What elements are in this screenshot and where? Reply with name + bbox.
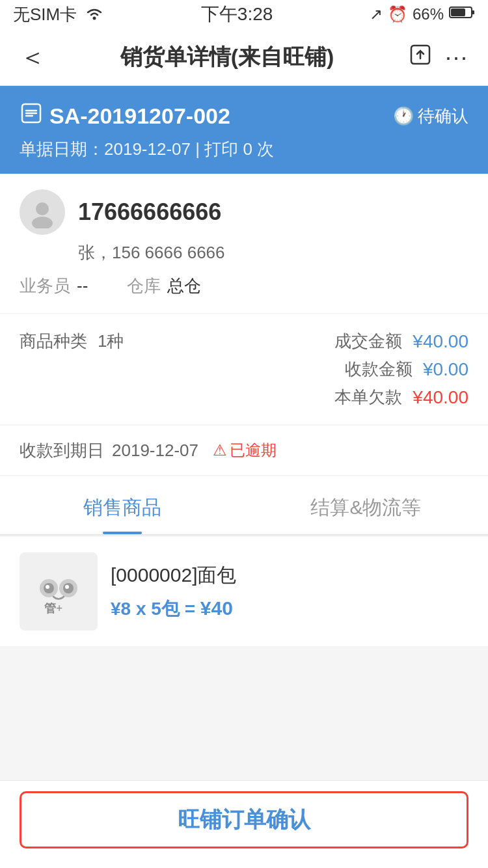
received-amount-label: 收款金额 bbox=[345, 358, 413, 381]
due-date-value: 2019-12-07 bbox=[112, 441, 198, 461]
svg-point-12 bbox=[46, 585, 49, 589]
share-icon[interactable] bbox=[409, 43, 432, 72]
order-date: 单据日期：2019-12-07 | 打印 0 次 bbox=[20, 138, 468, 161]
more-icon[interactable]: ··· bbox=[445, 44, 468, 71]
svg-text:管+: 管+ bbox=[44, 602, 62, 615]
product-thumbnail: 管+ bbox=[20, 552, 98, 631]
owed-amount-label: 本单欠款 bbox=[334, 386, 402, 409]
order-status: 🕐 待确认 bbox=[393, 105, 468, 128]
overdue-icon: ⚠ bbox=[213, 441, 227, 459]
confirm-order-button[interactable]: 旺铺订单确认 bbox=[20, 791, 468, 848]
customer-meta: 业务员 -- 仓库 总仓 bbox=[20, 275, 468, 297]
product-info: [0000002]面包 ¥8 x 5包 = ¥40 bbox=[111, 562, 468, 621]
product-count: 商品种类 1种 bbox=[20, 330, 124, 353]
quantity: 5包 bbox=[151, 599, 180, 619]
tab-sales-product[interactable]: 销售商品 bbox=[0, 476, 244, 534]
avatar bbox=[20, 189, 65, 235]
product-section: 管+ [0000002]面包 ¥8 x 5包 = ¥40 bbox=[0, 537, 488, 646]
order-icon bbox=[20, 102, 43, 130]
product-count-label: 商品种类 bbox=[20, 330, 87, 353]
battery-text: 66% bbox=[413, 5, 444, 23]
warehouse-label: 仓库 bbox=[127, 275, 161, 297]
deal-amount-value: ¥40.00 bbox=[413, 331, 468, 352]
customer-section: 17666666666 张，156 6666 6666 业务员 -- 仓库 总仓 bbox=[0, 174, 488, 313]
page-title: 销货单详情(来自旺铺) bbox=[120, 42, 334, 72]
salesperson-label: 业务员 bbox=[20, 275, 70, 297]
product-name: [0000002]面包 bbox=[111, 562, 468, 589]
owed-amount-value: ¥40.00 bbox=[413, 387, 468, 408]
received-amount-value: ¥0.00 bbox=[423, 359, 468, 380]
status-bar: 无SIM卡 下午3:28 ↗ ⏰ 66% bbox=[0, 0, 488, 29]
status-time: 下午3:28 bbox=[201, 2, 273, 27]
carrier-text: 无SIM卡 bbox=[13, 3, 77, 26]
due-date-label: 收款到期日 bbox=[20, 439, 104, 462]
amounts-section: 商品种类 1种 成交金额 ¥40.00 收款金额 ¥0.00 本单欠款 ¥40.… bbox=[0, 314, 488, 424]
svg-point-6 bbox=[36, 202, 49, 215]
deal-amount-label: 成交金额 bbox=[334, 330, 402, 353]
clock-icon: 🕐 bbox=[393, 106, 414, 126]
overdue-badge: ⚠ 已逾期 bbox=[206, 439, 283, 462]
salesperson-value: -- bbox=[77, 276, 88, 296]
overdue-text: 已逾期 bbox=[230, 440, 277, 461]
customer-phone: 17666666666 bbox=[78, 198, 221, 226]
back-button[interactable]: ＜ bbox=[20, 39, 46, 75]
owed-amount-row: 本单欠款 ¥40.00 bbox=[334, 386, 468, 409]
order-id-text: SA-20191207-002 bbox=[49, 103, 230, 129]
bottom-bar: 旺铺订单确认 bbox=[0, 780, 488, 868]
svg-rect-3 bbox=[451, 8, 465, 16]
wifi-icon bbox=[85, 5, 104, 25]
status-text: 待确认 bbox=[418, 105, 468, 128]
tabs: 销售商品 结算&物流等 bbox=[0, 476, 488, 534]
amounts-right: 成交金额 ¥40.00 收款金额 ¥0.00 本单欠款 ¥40.00 bbox=[334, 330, 468, 409]
svg-point-0 bbox=[93, 16, 96, 20]
order-id-container: SA-20191207-002 bbox=[20, 102, 230, 130]
nav-left: ＜ bbox=[20, 39, 46, 75]
svg-point-7 bbox=[32, 217, 53, 228]
location-icon: ↗ bbox=[370, 5, 383, 23]
product-count-value: 1种 bbox=[98, 330, 124, 353]
customer-name: 张，156 6666 6666 bbox=[20, 241, 468, 264]
svg-rect-2 bbox=[472, 10, 474, 14]
product-item: 管+ [0000002]面包 ¥8 x 5包 = ¥40 bbox=[20, 552, 468, 631]
svg-point-13 bbox=[65, 585, 69, 589]
status-right: ↗ ⏰ 66% bbox=[370, 5, 475, 23]
battery-icon bbox=[449, 5, 475, 23]
status-left: 无SIM卡 bbox=[13, 3, 104, 26]
deal-amount-row: 成交金额 ¥40.00 bbox=[334, 330, 468, 353]
tabs-section: 销售商品 结算&物流等 bbox=[0, 476, 488, 536]
header-card: SA-20191207-002 🕐 待确认 单据日期：2019-12-07 | … bbox=[0, 86, 488, 174]
warehouse-value: 总仓 bbox=[167, 275, 201, 297]
product-price: ¥8 x 5包 = ¥40 bbox=[111, 597, 468, 621]
total-price: ¥40 bbox=[200, 597, 233, 619]
received-amount-row: 收款金额 ¥0.00 bbox=[345, 358, 468, 381]
nav-right: ··· bbox=[409, 43, 468, 72]
alarm-icon: ⏰ bbox=[388, 5, 407, 23]
price-formula: ¥8 x bbox=[111, 599, 151, 619]
tab-settlement[interactable]: 结算&物流等 bbox=[244, 476, 488, 534]
due-date-section: 收款到期日 2019-12-07 ⚠ 已逾期 bbox=[0, 426, 488, 475]
equals: = bbox=[180, 599, 200, 619]
nav-bar: ＜ 销货单详情(来自旺铺) ··· bbox=[0, 29, 488, 86]
